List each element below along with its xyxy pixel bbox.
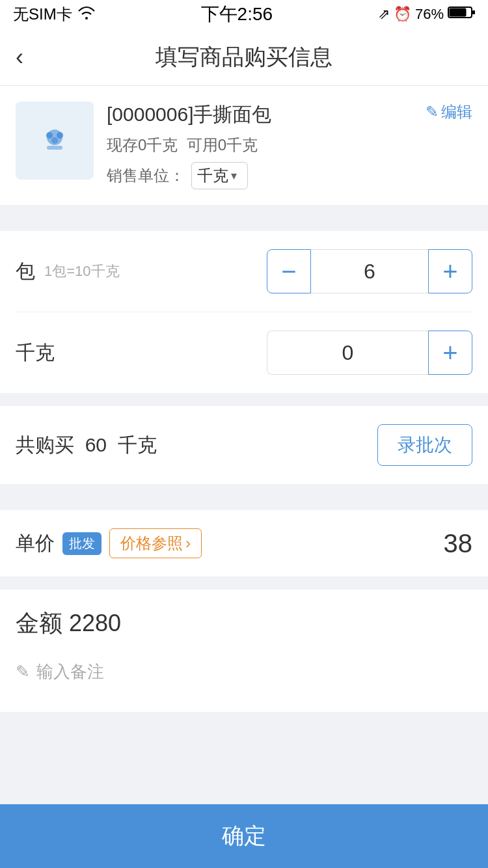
location-icon: ⇗ (378, 6, 390, 23)
unit-value: 千克 (197, 165, 228, 186)
carrier-text: 无SIM卡 (13, 4, 72, 25)
status-right: ⇗ ⏰ 76% (378, 6, 475, 23)
status-left: 无SIM卡 (13, 4, 96, 25)
remark-row[interactable]: ✎ 输入备注 (16, 650, 472, 694)
separator-2 (0, 393, 488, 406)
status-bar: 无SIM卡 下午2:56 ⇗ ⏰ 76% (0, 0, 488, 29)
bag-plus-button[interactable]: + (428, 249, 472, 293)
svg-rect-7 (47, 146, 62, 150)
price-left: 单价 批发 价格参照 › (16, 528, 202, 558)
battery-icon (448, 6, 475, 23)
svg-rect-2 (450, 8, 467, 17)
confirm-label: 确定 (222, 821, 266, 851)
confirm-button[interactable]: 确定 (0, 804, 488, 868)
edit-button[interactable]: ✎ 编辑 (426, 102, 472, 122)
edit-icon: ✎ (426, 103, 439, 121)
price-ref-label: 价格参照 (120, 533, 183, 554)
edit-label: 编辑 (441, 102, 472, 122)
total-value: 60 (85, 434, 107, 455)
svg-point-6 (51, 137, 58, 144)
product-unit: 销售单位： 千克 ▾ (107, 162, 472, 189)
nav-bar: ‹ 填写商品购买信息 (0, 29, 488, 86)
amount-value: 2280 (69, 610, 121, 636)
price-ref-icon: › (185, 534, 191, 552)
total-row: 共购买 60 千克 录批次 (0, 406, 488, 484)
price-label: 单价 (16, 530, 55, 557)
svg-point-5 (57, 132, 63, 139)
separator-4 (0, 576, 488, 590)
bag-input[interactable] (311, 249, 428, 293)
price-tag: 批发 (62, 532, 102, 555)
unit-select[interactable]: 千克 ▾ (191, 162, 248, 189)
wifi-icon (77, 5, 96, 23)
batch-button[interactable]: 录批次 (377, 424, 472, 466)
back-button[interactable]: ‹ (16, 44, 23, 71)
kg-controls: + (267, 331, 472, 375)
svg-rect-1 (472, 10, 475, 14)
price-value: 38 (444, 529, 473, 558)
amount-section: 金额 2280 ✎ 输入备注 (0, 590, 488, 712)
bag-input-row: 包 1包=10千克 − + (16, 231, 472, 312)
kg-input[interactable] (267, 331, 428, 375)
product-card: [0000006]手撕面包 ✎ 编辑 现存0千克 可用0千克 销售单位： 千克 … (0, 86, 488, 205)
page-title: 填写商品购买信息 (156, 42, 332, 72)
price-section: 单价 批发 价格参照 › 38 (0, 510, 488, 576)
bag-minus-button[interactable]: − (267, 249, 311, 293)
bag-controls: − + (267, 249, 472, 293)
remark-icon: ✎ (16, 662, 30, 682)
total-text: 共购买 60 千克 (16, 432, 157, 459)
bag-hint: 1包=10千克 (44, 262, 120, 281)
separator-3 (0, 484, 488, 497)
dropdown-icon: ▾ (231, 169, 237, 183)
bag-label: 包 1包=10千克 (16, 258, 120, 285)
product-stock: 现存0千克 可用0千克 (107, 135, 472, 156)
alarm-icon: ⏰ (394, 6, 411, 23)
input-section: 包 1包=10千克 − + 千克 + (0, 231, 488, 393)
product-name: [0000006]手撕面包 (107, 102, 271, 128)
kg-plus-button[interactable]: + (428, 331, 472, 375)
status-time: 下午2:56 (201, 2, 273, 27)
product-info: [0000006]手撕面包 ✎ 编辑 现存0千克 可用0千克 销售单位： 千克 … (107, 102, 472, 189)
price-ref-button[interactable]: 价格参照 › (109, 528, 202, 558)
main-content: [0000006]手撕面包 ✎ 编辑 现存0千克 可用0千克 销售单位： 千克 … (0, 86, 488, 776)
amount-label: 金额 2280 (16, 608, 472, 640)
battery-text: 76% (415, 6, 444, 23)
kg-input-row: 千克 + (16, 312, 472, 393)
kg-label: 千克 (16, 340, 55, 366)
svg-point-4 (46, 132, 53, 139)
remark-placeholder: 输入备注 (36, 660, 104, 683)
product-image (16, 102, 94, 180)
separator-1 (0, 218, 488, 231)
